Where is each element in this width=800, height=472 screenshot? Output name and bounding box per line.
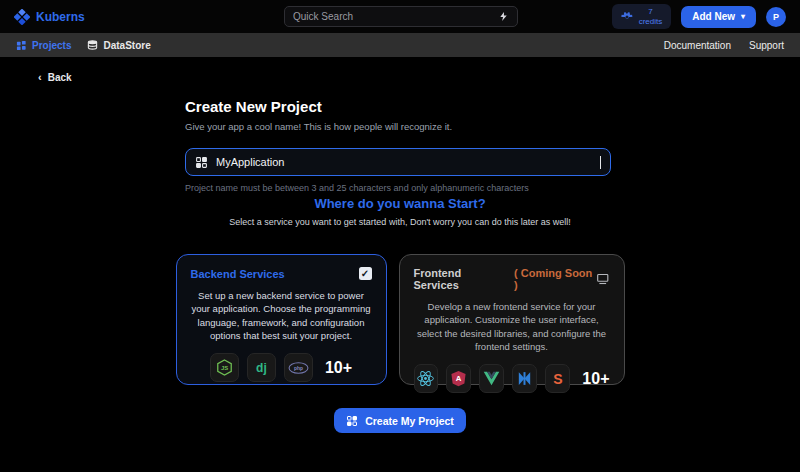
start-subtitle: Select a service you want to get started…: [0, 217, 800, 227]
avatar-initial: P: [773, 12, 779, 22]
chevron-down-icon: ▾: [741, 12, 745, 21]
vue-icon: [479, 364, 504, 393]
brand-logo[interactable]: Kuberns: [14, 9, 85, 25]
create-project-button[interactable]: Create My Project: [334, 408, 466, 433]
add-new-button[interactable]: Add New ▾: [681, 6, 756, 28]
kuberns-logo-icon: [14, 9, 30, 25]
svg-text:php: php: [294, 366, 303, 371]
nodejs-icon: JS: [210, 353, 239, 382]
project-name-input[interactable]: [216, 156, 598, 168]
top-bar: Kuberns 7 credits Add New ▾: [0, 0, 800, 33]
gear-icon: [621, 11, 633, 23]
backend-more-count: 10+: [325, 359, 352, 377]
service-cards: Backend Services ✓ Set up a new backend …: [0, 254, 800, 385]
chevron-left-icon: ‹: [38, 71, 42, 83]
django-icon: dj: [247, 353, 276, 382]
search-input[interactable]: [293, 11, 498, 22]
start-section: Where do you wanna Start? Select a servi…: [0, 196, 800, 227]
avatar[interactable]: P: [766, 7, 786, 27]
coming-soon-badge: ( Coming Soon ): [514, 267, 596, 291]
frontend-card-title: Frontend Services: [414, 267, 507, 291]
start-title: Where do you wanna Start?: [0, 196, 800, 211]
grid-icon: [16, 40, 27, 51]
credits-badge[interactable]: 7 credits: [612, 4, 672, 29]
monitor-icon: [596, 273, 610, 285]
brand-name: Kuberns: [36, 10, 85, 24]
page-title: Create New Project: [185, 98, 611, 115]
page-subtitle: Give your app a cool name! This is how p…: [185, 121, 611, 132]
svelte-icon: S: [545, 364, 570, 393]
nav-link-documentation[interactable]: Documentation: [664, 40, 731, 51]
text-caret: [600, 156, 601, 169]
backend-card-title: Backend Services: [191, 268, 285, 280]
add-new-label: Add New: [692, 11, 735, 22]
project-grid-icon: [195, 156, 208, 169]
create-project-label: Create My Project: [365, 415, 454, 427]
angular-icon: A: [446, 364, 471, 393]
nav-tab-projects-label: Projects: [32, 40, 71, 51]
input-helper-text: Project name must be between 3 and 25 ch…: [185, 183, 611, 193]
project-grid-icon: [346, 415, 358, 427]
nav-link-support[interactable]: Support: [749, 40, 784, 51]
react-icon: [414, 364, 439, 393]
nav-bar: Projects DataStore Documentation Support: [0, 33, 800, 57]
database-icon: [87, 40, 98, 51]
nav-tab-projects[interactable]: Projects: [16, 40, 71, 51]
credits-count: 7: [648, 7, 652, 17]
svg-text:A: A: [456, 375, 462, 384]
project-name-field[interactable]: [185, 148, 611, 176]
php-icon: php: [284, 353, 313, 382]
create-project-form: Create New Project Give your app a cool …: [185, 98, 611, 193]
credits-label: credits: [639, 17, 663, 27]
backend-services-card[interactable]: Backend Services ✓ Set up a new backend …: [176, 254, 387, 385]
nav-tab-datastore-label: DataStore: [103, 40, 150, 51]
back-label: Back: [48, 72, 72, 83]
back-button[interactable]: ‹ Back: [38, 71, 72, 83]
svg-text:JS: JS: [221, 365, 228, 371]
quick-search[interactable]: [284, 6, 518, 27]
backend-checkbox[interactable]: ✓: [359, 267, 372, 280]
nav-tab-datastore[interactable]: DataStore: [87, 40, 150, 51]
frontend-card-description: Develop a new frontend service for your …: [414, 300, 610, 353]
frontend-services-card: Frontend Services ( Coming Soon ) Develo…: [399, 254, 625, 385]
motion-icon: [512, 364, 537, 393]
quick-action-icon: [498, 11, 509, 22]
backend-card-description: Set up a new backend service to power yo…: [191, 289, 372, 342]
frontend-more-count: 10+: [582, 370, 609, 388]
